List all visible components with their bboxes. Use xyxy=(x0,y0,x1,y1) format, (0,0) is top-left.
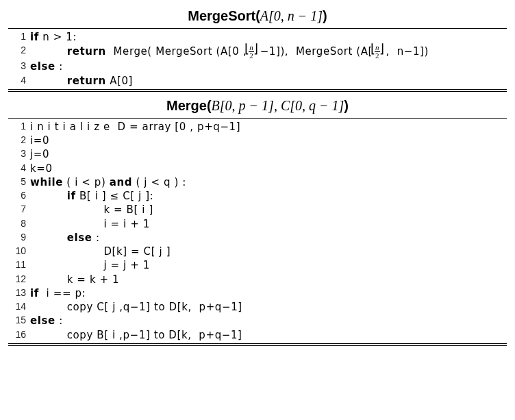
code-line: i = i + 1 xyxy=(30,217,507,231)
line-number: 5 xyxy=(8,175,26,189)
rule-bottom-1 xyxy=(8,89,507,91)
code-line: i=0 xyxy=(30,134,507,147)
code-line: else : xyxy=(30,60,507,73)
line-number: 16 xyxy=(8,328,26,342)
rule-bottom-2 xyxy=(8,343,507,345)
line-number: 2 xyxy=(8,134,26,147)
line-number: 3 xyxy=(8,60,26,73)
line-number: 8 xyxy=(8,217,26,231)
algo1-title: MergeSort(A[0, n − 1]) xyxy=(8,8,507,24)
algo1-listing: 1 if n > 1: 2 return Merge( MergeSort (A… xyxy=(8,30,507,88)
code-line: copy B[ i ,p−1] to D[k, p+q−1] xyxy=(30,328,507,342)
algo2-arg: B[0, p − 1], C[0, q − 1] xyxy=(212,98,344,113)
line-number: 1 xyxy=(8,120,26,134)
code-line: else : xyxy=(30,314,507,328)
line-number: 1 xyxy=(8,30,26,44)
code-line: i n i t i a l i z e D = array [0 , p+q−1… xyxy=(30,120,507,134)
floor-n-over-2-icon: ⌊n2⌋ xyxy=(373,44,382,60)
code-line: k=0 xyxy=(30,162,507,175)
line-number: 6 xyxy=(8,189,26,203)
line-number: 11 xyxy=(8,258,26,272)
paren-close: ) xyxy=(323,8,327,23)
code-line: while ( i < p) and ( j < q ) : xyxy=(30,175,507,189)
line-number: 4 xyxy=(8,74,26,88)
code-line: k = B[ i ] xyxy=(30,203,507,217)
algo2-title: Merge(B[0, p − 1], C[0, q − 1]) xyxy=(8,98,507,114)
code-line: if i == p: xyxy=(30,286,507,300)
code-line: j = j + 1 xyxy=(30,258,507,272)
code-line: copy C[ j ,q−1] to D[k, p+q−1] xyxy=(30,300,507,314)
code-line: D[k] = C[ j ] xyxy=(30,245,507,258)
algo1-arg: A[0, n − 1] xyxy=(260,8,323,23)
line-number: 10 xyxy=(8,245,26,258)
floor-n-over-2-icon: ⌊n2⌋ xyxy=(247,44,256,60)
rule-top-2 xyxy=(8,118,507,119)
code-line: return Merge( MergeSort (A[0 ,⌊n2⌋ −1]),… xyxy=(30,44,507,60)
line-number: 3 xyxy=(8,147,26,161)
line-number: 4 xyxy=(8,162,26,175)
line-number: 2 xyxy=(8,44,26,60)
algo2-func-name: Merge xyxy=(166,98,207,113)
line-number: 13 xyxy=(8,286,26,300)
code-line: else : xyxy=(30,231,507,245)
line-number: 9 xyxy=(8,231,26,245)
code-line: if n > 1: xyxy=(30,30,507,44)
paren-open: ( xyxy=(255,8,260,23)
line-number: 12 xyxy=(8,273,26,286)
line-number: 14 xyxy=(8,300,26,314)
paren-open: ( xyxy=(207,98,212,113)
algo1-func-name: MergeSort xyxy=(188,8,255,23)
line-number: 15 xyxy=(8,314,26,328)
code-line: j=0 xyxy=(30,147,507,161)
code-line: return A[0] xyxy=(30,74,507,88)
algo2-listing: 1 i n i t i a l i z e D = array [0 , p+q… xyxy=(8,120,507,342)
rule-top-1 xyxy=(8,28,507,29)
code-line: k = k + 1 xyxy=(30,273,507,286)
paren-close: ) xyxy=(344,98,349,113)
line-number: 7 xyxy=(8,203,26,217)
code-line: if B[ i ] ≤ C[ j ]: xyxy=(30,189,507,203)
